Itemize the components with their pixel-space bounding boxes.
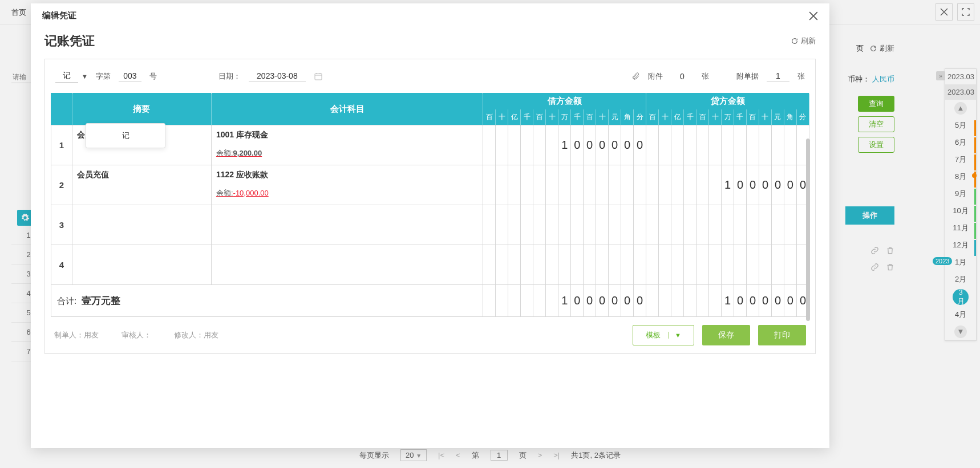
digit-cell[interactable]: 0 [784, 165, 796, 205]
digit-cell[interactable] [634, 165, 646, 205]
digit-cell[interactable]: 0 [621, 125, 634, 165]
voucher-type-select[interactable]: 记 [55, 70, 78, 83]
digit-cell[interactable] [646, 205, 659, 245]
digit-cell[interactable] [646, 165, 659, 205]
digit-cell[interactable] [684, 245, 696, 285]
digit-cell[interactable] [533, 245, 546, 285]
digit-cell[interactable] [533, 165, 546, 205]
digit-cell[interactable] [746, 125, 759, 165]
digit-cell[interactable] [709, 245, 722, 285]
print-button[interactable]: 打印 [758, 325, 806, 345]
digit-cell[interactable] [483, 165, 496, 205]
digit-cell[interactable] [521, 165, 533, 205]
digit-cell[interactable] [596, 245, 609, 285]
digit-cell[interactable] [771, 245, 784, 285]
digit-cell[interactable] [709, 205, 722, 245]
template-button[interactable]: 模板 ▼ [633, 325, 694, 345]
digit-cell[interactable] [684, 125, 696, 165]
digit-cell[interactable] [621, 165, 634, 205]
account-cell[interactable] [211, 205, 483, 245]
digit-cell[interactable] [746, 205, 759, 245]
digit-cell[interactable] [696, 125, 709, 165]
digit-cell[interactable] [659, 205, 671, 245]
digit-cell[interactable] [584, 245, 596, 285]
digit-cell[interactable]: 0 [746, 165, 759, 205]
voucher-type-option[interactable]: 记 [86, 124, 165, 148]
digit-cell[interactable] [771, 125, 784, 165]
digit-cell[interactable] [784, 245, 796, 285]
digit-cell[interactable] [771, 205, 784, 245]
digit-cell[interactable] [746, 245, 759, 285]
digit-cell[interactable] [521, 245, 533, 285]
digit-cell[interactable] [521, 205, 533, 245]
digit-cell[interactable] [759, 245, 771, 285]
digit-cell[interactable] [696, 245, 709, 285]
digit-cell[interactable] [659, 245, 671, 285]
digit-cell[interactable]: 0 [759, 165, 771, 205]
digit-cell[interactable] [759, 125, 771, 165]
digit-cell[interactable] [496, 125, 508, 165]
digit-cell[interactable] [609, 165, 621, 205]
digit-cell[interactable] [558, 205, 571, 245]
digit-cell[interactable] [734, 125, 747, 165]
digit-cell[interactable] [671, 165, 684, 205]
digit-cell[interactable] [558, 165, 571, 205]
digit-cell[interactable] [508, 165, 521, 205]
digit-cell[interactable] [671, 125, 684, 165]
digit-cell[interactable] [634, 205, 646, 245]
digit-cell[interactable] [621, 245, 634, 285]
digit-cell[interactable]: 0 [609, 125, 621, 165]
digit-cell[interactable] [784, 125, 796, 165]
slip-count-input[interactable]: 1 [767, 70, 789, 82]
digit-cell[interactable] [508, 245, 521, 285]
digit-cell[interactable] [646, 245, 659, 285]
summary-cell[interactable] [72, 245, 211, 285]
date-input[interactable]: 2023-03-08 [249, 70, 306, 82]
digit-cell[interactable] [621, 205, 634, 245]
digit-cell[interactable] [596, 205, 609, 245]
digit-cell[interactable]: 0 [584, 125, 596, 165]
digit-cell[interactable] [646, 125, 659, 165]
digit-cell[interactable] [596, 165, 609, 205]
summary-cell[interactable] [72, 205, 211, 245]
voucher-refresh-button[interactable]: 刷新 [791, 36, 816, 46]
digit-cell[interactable] [546, 125, 558, 165]
digit-cell[interactable] [533, 205, 546, 245]
digit-cell[interactable] [709, 125, 722, 165]
voucher-number-input[interactable]: 003 [119, 70, 141, 82]
digit-cell[interactable] [533, 125, 546, 165]
digit-cell[interactable] [734, 245, 747, 285]
digit-cell[interactable] [546, 165, 558, 205]
scrollbar[interactable] [806, 139, 810, 321]
digit-cell[interactable] [508, 125, 521, 165]
digit-cell[interactable]: 0 [571, 125, 584, 165]
digit-cell[interactable] [722, 125, 734, 165]
digit-cell[interactable] [709, 165, 722, 205]
account-cell[interactable]: 1122 应收账款余额:-10,000.00 [211, 165, 483, 205]
account-cell[interactable] [211, 245, 483, 285]
digit-cell[interactable] [521, 125, 533, 165]
digit-cell[interactable]: 1 [722, 165, 734, 205]
account-cell[interactable]: 1001 库存现金余额:9,200.00 [211, 125, 483, 165]
digit-cell[interactable]: 0 [634, 125, 646, 165]
chevron-down-icon[interactable]: ▼ [669, 332, 681, 339]
digit-cell[interactable] [571, 245, 584, 285]
digit-cell[interactable]: 0 [734, 165, 747, 205]
digit-cell[interactable] [696, 165, 709, 205]
digit-cell[interactable] [546, 205, 558, 245]
digit-cell[interactable] [496, 245, 508, 285]
digit-cell[interactable] [571, 165, 584, 205]
chevron-down-icon[interactable]: ▼ [82, 73, 88, 80]
digit-cell[interactable] [734, 205, 747, 245]
attachment-icon[interactable] [631, 72, 640, 80]
digit-cell[interactable] [696, 205, 709, 245]
digit-cell[interactable] [483, 125, 496, 165]
digit-cell[interactable] [496, 205, 508, 245]
summary-cell[interactable]: 会员充值 [72, 165, 211, 205]
digit-cell[interactable] [684, 205, 696, 245]
digit-cell[interactable] [584, 205, 596, 245]
digit-cell[interactable] [659, 125, 671, 165]
digit-cell[interactable] [634, 245, 646, 285]
digit-cell[interactable]: 0 [771, 165, 784, 205]
digit-cell[interactable] [722, 245, 734, 285]
